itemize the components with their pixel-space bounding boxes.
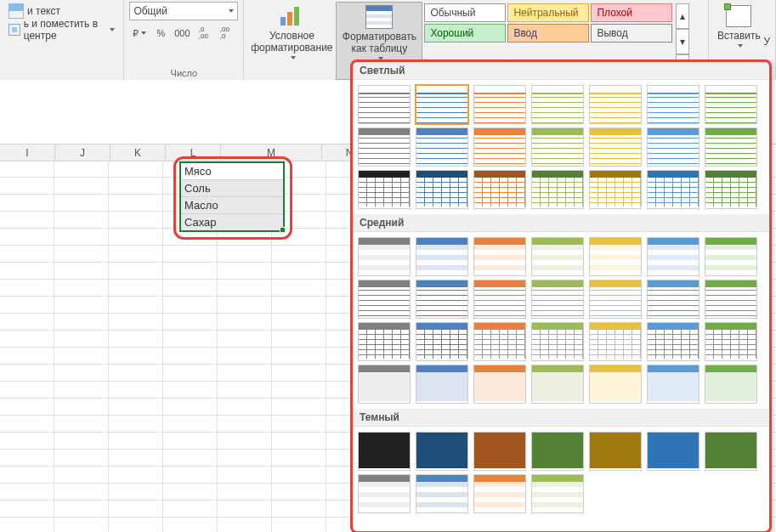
- table-style-thumb[interactable]: [589, 237, 642, 276]
- table-style-thumb[interactable]: [473, 237, 526, 276]
- selected-cell[interactable]: Сахар: [181, 214, 283, 230]
- merge-icon: [8, 24, 20, 36]
- table-style-thumb[interactable]: [358, 432, 411, 471]
- table-style-thumb[interactable]: [416, 237, 468, 276]
- style-neutral[interactable]: Нейтральный: [507, 3, 589, 22]
- table-style-thumb[interactable]: [416, 365, 468, 404]
- table-style-thumb[interactable]: [473, 322, 526, 361]
- table-style-thumb[interactable]: [358, 280, 411, 319]
- table-style-thumb[interactable]: [647, 127, 700, 167]
- style-input[interactable]: Ввод: [507, 24, 589, 42]
- table-styles-gallery[interactable]: Светлый Средний Темный: [352, 61, 770, 532]
- thousands-icon: 000: [174, 28, 190, 38]
- table-style-thumb[interactable]: [647, 170, 700, 209]
- table-style-thumb[interactable]: [705, 237, 757, 276]
- table-style-thumb[interactable]: [531, 432, 584, 471]
- table-style-thumb[interactable]: [416, 170, 468, 209]
- table-style-thumb[interactable]: [416, 127, 468, 167]
- table-style-thumb[interactable]: [358, 237, 411, 276]
- table-style-thumb[interactable]: [589, 365, 642, 404]
- table-style-thumb[interactable]: [416, 280, 468, 319]
- column-header[interactable]: L: [166, 144, 221, 161]
- table-style-thumb[interactable]: [647, 432, 700, 471]
- column-header[interactable]: I: [0, 144, 55, 161]
- style-good[interactable]: Хороший: [424, 24, 506, 42]
- percent-button[interactable]: %: [150, 24, 171, 42]
- column-header[interactable]: M: [221, 144, 322, 161]
- currency-icon: ₽: [133, 28, 139, 39]
- table-style-thumb[interactable]: [416, 85, 468, 124]
- table-style-thumb[interactable]: [531, 237, 584, 276]
- gallery-section-light: Светлый: [353, 62, 769, 80]
- table-style-thumb[interactable]: [358, 127, 411, 167]
- table-style-thumb[interactable]: [531, 365, 584, 404]
- table-style-thumb[interactable]: [705, 280, 757, 319]
- table-style-thumb[interactable]: [589, 432, 642, 471]
- insert-icon: [724, 3, 753, 29]
- table-style-thumb[interactable]: [705, 170, 757, 209]
- number-format-combo[interactable]: Общий: [129, 2, 238, 20]
- decrease-decimal-button[interactable]: ,00,0: [214, 24, 235, 42]
- table-style-thumb[interactable]: [705, 365, 757, 404]
- number-group: Общий ₽ % 000 ,0,00 ,00,0 Число: [124, 0, 244, 80]
- table-style-thumb[interactable]: [647, 365, 700, 404]
- chevron-up-icon[interactable]: ▴: [676, 3, 689, 29]
- table-style-thumb[interactable]: [416, 432, 468, 471]
- conditional-formatting-icon: [277, 3, 306, 29]
- table-style-thumb[interactable]: [473, 127, 526, 167]
- number-format-value: Общий: [133, 5, 167, 17]
- active-cell[interactable]: Мясо: [181, 163, 283, 180]
- table-style-thumb[interactable]: [531, 127, 584, 167]
- table-style-thumb[interactable]: [589, 85, 642, 124]
- wrap-text-icon: [8, 3, 24, 19]
- currency-button[interactable]: ₽: [129, 24, 150, 42]
- increase-decimal-button[interactable]: ,0,00: [193, 24, 213, 42]
- merge-center-button[interactable]: ь и поместить в центре: [5, 20, 118, 39]
- conditional-formatting-button[interactable]: Условное форматирование: [249, 2, 334, 80]
- table-style-thumb[interactable]: [358, 322, 411, 361]
- table-style-thumb[interactable]: [589, 322, 642, 361]
- style-output[interactable]: Вывод: [591, 24, 672, 42]
- merge-center-label: ь и поместить в центре: [24, 18, 105, 42]
- table-style-thumb[interactable]: [358, 170, 411, 209]
- column-header[interactable]: J: [55, 144, 110, 161]
- table-style-thumb[interactable]: [473, 365, 526, 404]
- table-style-thumb[interactable]: [647, 280, 700, 319]
- table-style-thumb[interactable]: [705, 432, 757, 471]
- table-style-thumb[interactable]: [473, 170, 526, 209]
- selected-cell[interactable]: Соль: [181, 180, 283, 197]
- thousands-button[interactable]: 000: [172, 24, 192, 42]
- table-style-thumb[interactable]: [473, 432, 526, 471]
- table-style-thumb[interactable]: [358, 85, 411, 124]
- gallery-grid-light: [353, 80, 769, 214]
- table-style-thumb[interactable]: [647, 85, 700, 124]
- table-style-thumb[interactable]: [589, 170, 642, 209]
- table-style-thumb[interactable]: [589, 127, 642, 167]
- table-style-thumb[interactable]: [473, 474, 526, 513]
- format-as-table-icon: [365, 4, 394, 30]
- table-style-thumb[interactable]: [531, 474, 584, 513]
- table-style-thumb[interactable]: [705, 127, 757, 167]
- table-style-thumb[interactable]: [473, 85, 526, 124]
- style-normal[interactable]: Обычный: [424, 3, 506, 22]
- column-header[interactable]: K: [110, 144, 166, 161]
- table-style-thumb[interactable]: [589, 280, 642, 319]
- table-style-thumb[interactable]: [416, 474, 468, 513]
- table-style-thumb[interactable]: [705, 85, 757, 124]
- style-bad[interactable]: Плохой: [591, 3, 672, 22]
- fill-handle[interactable]: [280, 227, 286, 233]
- table-style-thumb[interactable]: [358, 474, 411, 513]
- table-style-thumb[interactable]: [531, 170, 584, 209]
- table-style-thumb[interactable]: [531, 280, 584, 319]
- chevron-down-icon[interactable]: ▾: [676, 29, 689, 54]
- table-style-thumb[interactable]: [473, 280, 526, 319]
- table-style-thumb[interactable]: [705, 322, 757, 361]
- table-style-thumb[interactable]: [531, 85, 584, 124]
- table-style-thumb[interactable]: [647, 322, 700, 361]
- table-style-thumb[interactable]: [416, 322, 468, 361]
- table-style-thumb[interactable]: [531, 322, 584, 361]
- selection-range[interactable]: Мясо Соль Масло Сахар: [179, 161, 285, 232]
- table-style-thumb[interactable]: [358, 365, 411, 404]
- selected-cell[interactable]: Масло: [181, 197, 283, 214]
- table-style-thumb[interactable]: [647, 237, 700, 276]
